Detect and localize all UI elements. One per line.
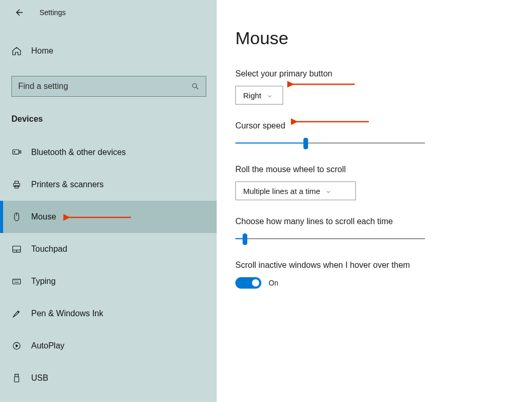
svg-point-0	[193, 84, 197, 88]
setting-label: Select your primary button	[235, 69, 513, 79]
slider-thumb[interactable]	[303, 138, 308, 149]
back-arrow-icon[interactable]	[14, 7, 24, 18]
touchpad-icon	[11, 244, 22, 254]
setting-hover: Scroll inactive windows when I hover ove…	[235, 261, 513, 289]
setting-primary-button: Select your primary button Right	[235, 69, 513, 105]
nav-item-label: Pen & Windows Ink	[31, 309, 103, 318]
bluetooth-icon	[11, 147, 22, 158]
cursor-speed-slider[interactable]	[235, 138, 425, 139]
svg-rect-9	[13, 279, 21, 284]
nav-item-printers[interactable]: Printers & scanners	[0, 168, 217, 201]
mouse-icon	[11, 212, 22, 222]
svg-rect-1	[13, 150, 19, 154]
search-icon	[191, 82, 200, 90]
slider-fill	[235, 142, 305, 144]
keyboard-icon	[11, 276, 22, 287]
search-box[interactable]	[11, 76, 206, 97]
setting-lines: Choose how many lines to scroll each tim…	[235, 217, 513, 235]
setting-label: Cursor speed	[235, 121, 513, 131]
home-icon	[11, 46, 22, 56]
nav-item-pen[interactable]: Pen & Windows Ink	[0, 297, 217, 330]
app-title: Settings	[39, 8, 66, 17]
nav-item-label: USB	[31, 373, 48, 383]
chevron-down-icon	[267, 92, 273, 98]
nav-item-label: Printers & scanners	[31, 180, 104, 189]
slider-track	[235, 238, 425, 239]
svg-rect-11	[15, 374, 19, 377]
nav-home-label: Home	[31, 46, 54, 56]
setting-label: Roll the mouse wheel to scroll	[235, 165, 513, 174]
toggle-state: On	[269, 279, 278, 287]
autoplay-icon	[11, 341, 22, 351]
setting-label: Scroll inactive windows when I hover ove…	[235, 261, 513, 270]
chevron-down-icon	[325, 188, 331, 194]
nav-item-label: AutoPlay	[31, 341, 64, 351]
setting-cursor-speed: Cursor speed	[235, 121, 513, 139]
nav-item-autoplay[interactable]: AutoPlay	[0, 330, 217, 362]
usb-icon	[11, 373, 22, 383]
nav-item-bluetooth[interactable]: Bluetooth & other devices	[0, 136, 217, 168]
nav-item-label: Mouse	[31, 212, 56, 222]
page-title: Mouse	[235, 28, 513, 48]
nav-list: Bluetooth & other devices Printers & sca…	[0, 136, 217, 394]
nav-item-label: Bluetooth & other devices	[31, 148, 126, 157]
svg-rect-6	[15, 186, 19, 188]
slider-thumb[interactable]	[243, 234, 247, 245]
hover-toggle[interactable]	[235, 277, 261, 289]
svg-point-3	[14, 151, 15, 152]
dropdown-value: Right	[243, 91, 261, 100]
primary-button-dropdown[interactable]: Right	[235, 86, 283, 105]
main-content: Mouse Select your primary button Right C…	[217, 0, 532, 402]
roll-dropdown[interactable]: Multiple lines at a time	[235, 181, 356, 200]
toggle-row: On	[235, 277, 513, 289]
setting-roll: Roll the mouse wheel to scroll Multiple …	[235, 165, 513, 200]
nav-item-label: Typing	[31, 277, 56, 286]
sidebar-header: Settings	[0, 0, 217, 25]
nav-home[interactable]: Home	[0, 40, 217, 62]
search-input[interactable]	[18, 82, 191, 91]
category-title: Devices	[11, 114, 217, 124]
pen-icon	[11, 308, 22, 319]
setting-label: Choose how many lines to scroll each tim…	[235, 217, 513, 226]
svg-rect-2	[20, 151, 21, 153]
sidebar: Settings Home Devices Bluetooth & other …	[0, 0, 217, 402]
nav-item-touchpad[interactable]: Touchpad	[0, 233, 217, 265]
nav-item-mouse[interactable]: Mouse	[0, 201, 217, 233]
nav-item-label: Touchpad	[31, 244, 67, 254]
nav-item-typing[interactable]: Typing	[0, 265, 217, 297]
svg-rect-5	[15, 181, 19, 183]
dropdown-value: Multiple lines at a time	[243, 187, 320, 196]
svg-rect-12	[15, 377, 19, 382]
lines-slider[interactable]	[235, 234, 425, 235]
nav-item-usb[interactable]: USB	[0, 362, 217, 394]
svg-rect-4	[14, 184, 20, 187]
printer-icon	[11, 179, 22, 190]
